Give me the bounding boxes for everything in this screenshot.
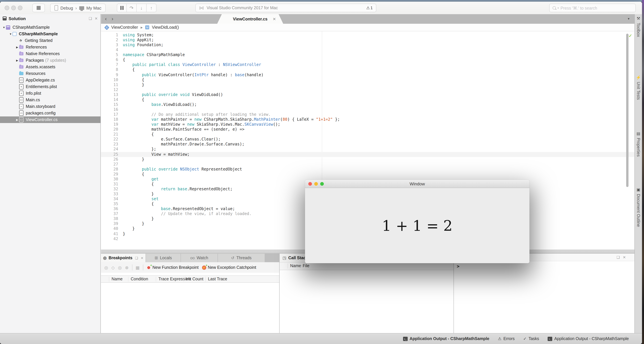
code-line-2[interactable]: 2using AppKit; <box>101 38 634 42</box>
dock-panel-icon[interactable]: ❑ <box>135 256 138 260</box>
column-header-file[interactable]: File <box>300 264 309 269</box>
tab-breakpoints[interactable]: ◎Breakpoints❑✕ <box>101 254 146 262</box>
tree-item-packages[interactable]: ▶◇Packages(7 updates) <box>0 57 101 64</box>
code-line-4[interactable]: 4 <box>101 47 634 52</box>
pause-button[interactable] <box>117 4 127 12</box>
tab-threads[interactable]: ↺Threads <box>218 254 265 262</box>
tree-item-appdelegate-cs[interactable]: {}AppDelegate.cs <box>0 77 101 83</box>
code-line-26[interactable]: 26 } <box>101 157 634 162</box>
step-out-button[interactable]: ↑ <box>146 4 156 12</box>
new-function-breakpoint-button[interactable]: New Function Breakpoint <box>146 265 198 270</box>
code-line-11[interactable]: 11 } <box>101 82 634 87</box>
column-header-last-trace[interactable]: Last Trace <box>205 277 227 282</box>
stop-button[interactable] <box>32 4 45 12</box>
tree-item-main-storyboard[interactable]: ↦Main.storyboard <box>0 103 101 110</box>
remove-breakpoint-icon[interactable]: ⊗ <box>125 265 128 270</box>
breakpoint-icon[interactable]: ◎ <box>104 265 108 270</box>
tree-item-getting-started[interactable]: ✈Getting Started <box>0 37 101 44</box>
breakpoint-rings-icon[interactable]: ◎ <box>118 265 122 270</box>
code-line-15[interactable]: 15 base.ViewDidLoad(); <box>101 102 634 107</box>
close-panel-icon[interactable]: ✕ <box>140 256 144 260</box>
column-header-hit-count[interactable]: Hit Count <box>184 277 203 282</box>
status-item-application-output-csharpmathsample[interactable]: >_Application Output - CSharpMathSample <box>548 337 629 341</box>
tab-list-dropdown-icon[interactable]: ▼ <box>627 17 630 20</box>
close-tab-icon[interactable]: ✕ <box>273 17 276 21</box>
tree-item-csharpmathsample[interactable]: ▼CSharpMathSample <box>0 24 101 31</box>
expander-icon[interactable]: ▶ <box>15 118 19 121</box>
code-line-6[interactable]: 6{ <box>101 57 634 62</box>
side-tab-properties[interactable]: ▤Properties <box>635 131 642 157</box>
navigate-back-button[interactable]: ‹ <box>105 15 107 22</box>
warning-badge[interactable]: ⚠1 <box>366 5 373 10</box>
breadcrumb-item[interactable]: ViewController <box>111 25 138 30</box>
code-line-18[interactable]: 18 var mathPainter = new CSharpMath.Skia… <box>101 117 634 122</box>
code-line-13[interactable]: 13 public override void ViewDidLoad() <box>101 92 634 97</box>
dock-panel-icon[interactable]: ❑ <box>89 16 92 21</box>
navigate-forward-button[interactable]: › <box>112 15 114 22</box>
window-minimize-button[interactable] <box>11 5 16 10</box>
close-panel-icon[interactable]: ✕ <box>623 255 626 259</box>
tree-item-viewcontroller-cs[interactable]: ▶{}ViewController.cs <box>0 116 101 123</box>
code-line-3[interactable]: 3using Foundation; <box>101 42 634 47</box>
breadcrumb-item[interactable]: ViewDidLoad() <box>152 25 179 30</box>
code-line-20[interactable]: 20 mathView.PaintSurface += (sender, e) … <box>101 127 634 132</box>
window-zoom-button[interactable] <box>18 5 22 10</box>
tab-locals[interactable]: ⊞Locals <box>146 254 181 262</box>
code-line-12[interactable]: 12 <box>101 87 634 92</box>
code-line-29[interactable]: 29 { <box>101 172 634 177</box>
window-close-button[interactable] <box>4 5 9 10</box>
code-line-22[interactable]: 22 e.Surface.Canvas.Clear(); <box>101 137 634 142</box>
global-search-input[interactable]: ▾ Press '⌘.' to search <box>549 4 636 12</box>
breakpoint-properties-icon[interactable]: ▦ <box>136 265 140 270</box>
tree-item-assets-xcassets[interactable]: ◇Assets.xcassets <box>0 64 101 70</box>
tree-item-info-plist[interactable]: ≡Info.plist <box>0 90 101 97</box>
column-header-name[interactable]: Name <box>288 264 301 269</box>
sample-app-window[interactable]: Window 1 + 1 = 2 <box>305 180 530 263</box>
close-panel-icon[interactable]: ✕ <box>95 16 98 21</box>
code-line-24[interactable]: 24 }; <box>101 147 634 152</box>
code-line-28[interactable]: 28 public override NSObject RepresentedO… <box>101 167 634 172</box>
status-item-application-output-csharpmathsample[interactable]: >_Application Output - CSharpMathSample <box>403 337 489 341</box>
code-line-9[interactable]: 9 public ViewController(IntPtr handle) :… <box>101 72 634 77</box>
code-line-8[interactable]: 8 { <box>101 67 634 72</box>
code-line-17[interactable]: 17 // Do any additional setup after load… <box>101 112 634 117</box>
code-line-14[interactable]: 14 { <box>101 97 634 102</box>
side-tab-unit-tests[interactable]: ⚡Unit Tests <box>635 75 642 100</box>
sample-minimize-button[interactable] <box>314 182 318 186</box>
status-item-tasks[interactable]: ✓Tasks <box>523 337 539 341</box>
tree-item-references[interactable]: ▶◇References <box>0 44 101 50</box>
code-line-1[interactable]: 1using System; <box>101 33 634 38</box>
sample-window-titlebar[interactable]: Window <box>305 180 530 188</box>
code-line-21[interactable]: 21 { <box>101 132 634 137</box>
run-configuration-selector[interactable]: Debug › My Mac <box>50 4 106 12</box>
code-line-19[interactable]: 19 var mathView = new SkiaSharp.Views.Ma… <box>101 122 634 127</box>
code-line-10[interactable]: 10 { <box>101 77 634 82</box>
sample-zoom-button[interactable] <box>320 182 324 186</box>
side-tab-document-outline[interactable]: ▣Document Outline <box>635 187 642 227</box>
tree-item-csharpmathsample[interactable]: ▼CSharpMathSample <box>0 31 101 37</box>
column-header-name[interactable]: Name <box>109 277 123 282</box>
code-line-5[interactable]: 5namespace CSharpMathSample <box>101 53 634 57</box>
editor-tab[interactable]: ViewController.cs ✕ <box>217 14 283 24</box>
code-line-25[interactable]: 25 View = mathView; <box>101 152 634 157</box>
expander-icon[interactable]: ▼ <box>2 26 6 29</box>
tree-item-resources[interactable]: Resources <box>0 70 101 77</box>
tab-watch[interactable]: ooWatch <box>181 254 218 262</box>
tree-item-native-references[interactable]: ◇Native References <box>0 50 101 57</box>
new-exception-catchpoint-button[interactable]: ⚡ New Exception Catchpoint <box>202 265 256 270</box>
code-line-7[interactable]: 7 public partial class ViewController : … <box>101 62 634 67</box>
code-line-23[interactable]: 23 mathPainter.Draw(e.Surface.Canvas); <box>101 142 634 147</box>
code-line-27[interactable]: 27 <box>101 162 634 167</box>
tree-item-packages-config[interactable]: <>packages.config <box>0 110 101 116</box>
sample-close-button[interactable] <box>308 182 312 186</box>
expander-icon[interactable]: ▶ <box>15 59 19 62</box>
immediate-prompt[interactable]: > <box>457 264 460 269</box>
step-over-button[interactable]: ↷ <box>127 4 137 12</box>
expander-icon[interactable]: ▶ <box>15 46 19 49</box>
tree-item-main-cs[interactable]: {}Main.cs <box>0 97 101 103</box>
editor-scrollbar[interactable] <box>626 34 628 187</box>
expander-icon[interactable]: ▼ <box>8 32 12 35</box>
column-header-condition[interactable]: Condition <box>128 277 148 282</box>
side-tab-toolbox[interactable]: ⚒Toolbox <box>635 16 642 37</box>
step-into-button[interactable]: ↓ <box>137 4 146 12</box>
